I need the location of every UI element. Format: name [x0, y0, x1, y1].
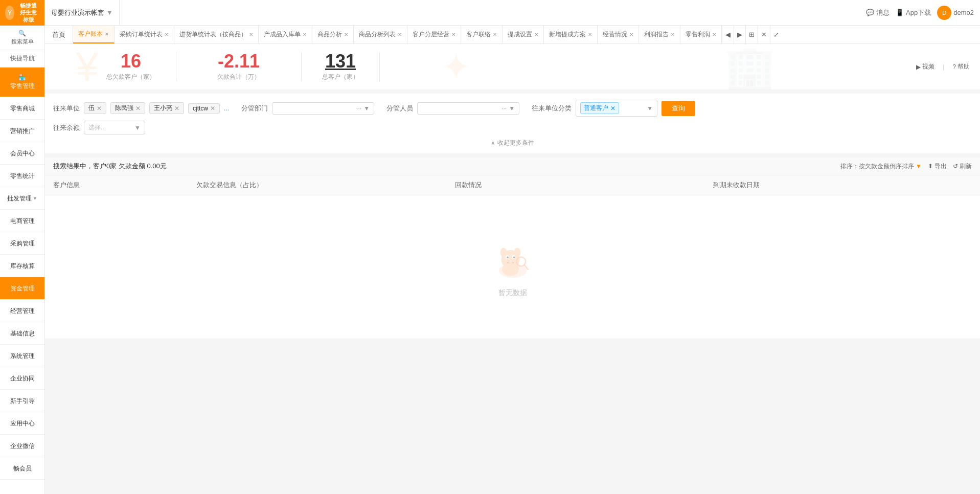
sidebar-item-finance[interactable]: 资金管理	[0, 277, 44, 300]
sidebar-item-retail-mgmt[interactable]: 🏪 零售管理	[0, 68, 44, 97]
sort-select[interactable]: 排序：按欠款金额倒序排序 ▼	[840, 162, 922, 171]
tab-close-icon[interactable]: ✕	[451, 32, 455, 37]
result-summary: 搜索结果中，客户0家 欠款金额 0.00元	[53, 162, 167, 171]
avatar: D	[937, 6, 951, 20]
refresh-btn[interactable]: ↺ 刷新	[953, 162, 972, 171]
tab-customer-ledger[interactable]: 客户账本 ✕	[73, 26, 115, 43]
tab-nav-right[interactable]: ▶	[734, 26, 745, 43]
sidebar-item-ecommerce[interactable]: 电商管理	[0, 210, 44, 232]
tab-product-analysis-list[interactable]: 商品分析列表 ✕	[354, 26, 407, 43]
logo-text: 畅捷通好生意 标版	[17, 3, 39, 23]
col-repayment: 回款情况	[455, 181, 714, 190]
sidebar-item-wholesale[interactable]: 批发管理 ▼	[0, 187, 44, 210]
result-actions: 排序：按欠款金额倒序排序 ▼ ⬆ 导出 ↺ 刷新	[840, 162, 972, 171]
tab-close-icon[interactable]: ✕	[671, 32, 675, 37]
balance-select[interactable]: 选择... ▼	[84, 121, 145, 134]
sidebar-item-changhui[interactable]: 畅会员	[0, 457, 44, 480]
filter-more-units[interactable]: ...	[224, 105, 229, 112]
col-customer-info: 客户信息	[53, 181, 196, 190]
result-bar: 搜索结果中，客户0家 欠款金额 0.00元 排序：按欠款金额倒序排序 ▼ ⬆ 导…	[45, 158, 980, 175]
tab-nav-left[interactable]: ◀	[722, 26, 734, 43]
stat-debt-amount-number: -2.11	[218, 52, 260, 71]
sidebar-item-marketing[interactable]: 营销推广	[0, 120, 44, 142]
sidebar-item-retail-shop[interactable]: 零售商城	[0, 97, 44, 120]
page-content: ¥ ✦ 🏢 16 总欠款客户（家） -2.11 欠款合计（万） 131	[45, 44, 980, 494]
filter-tag-wang[interactable]: 王小亮 ✕	[149, 102, 184, 114]
tab-customer-contact[interactable]: 客户联络 ✕	[461, 26, 503, 43]
category-tag[interactable]: 普通客户 ✕	[580, 102, 619, 114]
sidebar-search-btn[interactable]: 🔍 搜索菜单	[0, 26, 44, 50]
message-icon: 💬	[866, 9, 874, 16]
person-select[interactable]: ··· ▼	[417, 102, 519, 115]
tab-profit-report[interactable]: 利润报告 ✕	[639, 26, 680, 43]
user-profile[interactable]: D demo2	[937, 6, 974, 20]
tab-customer-tiering[interactable]: 客户分层经营 ✕	[407, 26, 461, 43]
dept-select[interactable]: ··· ▼	[272, 102, 374, 115]
tab-production-inbound[interactable]: 产成品入库单 ✕	[259, 26, 312, 43]
stat-debt-customers-label: 总欠款客户（家）	[106, 73, 155, 81]
sort-icon: ▼	[916, 163, 922, 170]
sidebar-item-appcenter[interactable]: 应用中心	[0, 412, 44, 435]
tab-close-icon[interactable]: ✕	[303, 32, 307, 37]
tab-close-icon[interactable]: ✕	[534, 32, 538, 37]
sidebar-item-basic-info[interactable]: 基础信息	[0, 322, 44, 345]
help-icon: ?	[952, 63, 956, 71]
filter-tag-chen[interactable]: 陈民强 ✕	[110, 102, 145, 114]
tag-close-wu[interactable]: ✕	[97, 105, 102, 112]
tab-operations[interactable]: 经营情况 ✕	[598, 26, 639, 43]
account-dropdown[interactable]: 母婴行业演示帐套 ▼	[45, 0, 120, 25]
tag-close-category[interactable]: ✕	[610, 105, 616, 112]
tab-close-icon[interactable]: ✕	[105, 31, 109, 37]
tag-close-cjttcw[interactable]: ✕	[210, 105, 215, 112]
tab-home[interactable]: 首页	[45, 26, 73, 43]
filter-tag-cjttcw[interactable]: cjttcw ✕	[188, 103, 220, 114]
tag-close-chen[interactable]: ✕	[135, 105, 141, 112]
sidebar-item-inventory[interactable]: 库存核算	[0, 255, 44, 277]
category-select[interactable]: 普通客户 ✕ ▼	[576, 100, 657, 117]
tab-product-analysis[interactable]: 商品分析 ✕	[312, 26, 354, 43]
tab-close-icon[interactable]: ✕	[398, 32, 402, 37]
query-button[interactable]: 查询	[662, 101, 695, 116]
help-btn[interactable]: ? 帮助	[952, 62, 970, 71]
stat-total-customers-label: 总客户（家）	[322, 73, 359, 81]
video-btn[interactable]: ▶ 视频	[916, 62, 935, 71]
tab-close-icon[interactable]: ✕	[712, 32, 716, 37]
tab-add-commission[interactable]: 新增提成方案 ✕	[544, 26, 598, 43]
tab-nav-close-all[interactable]: ✕	[758, 26, 770, 43]
tab-close-icon[interactable]: ✕	[344, 32, 348, 37]
app-download-btn[interactable]: 📱 App下载	[896, 8, 931, 17]
tab-nav-more[interactable]: ⊞	[745, 26, 758, 43]
export-btn[interactable]: ⬆ 导出	[928, 162, 947, 171]
sidebar-item-system[interactable]: 系统管理	[0, 345, 44, 367]
sidebar-item-wechat[interactable]: 企业微信	[0, 435, 44, 457]
tab-nav-fullscreen[interactable]: ⤢	[770, 26, 782, 43]
sidebar-item-operations[interactable]: 经营管理	[0, 300, 44, 322]
account-selector[interactable]: 母婴行业演示帐套 ▼	[45, 0, 120, 25]
sidebar-item-purchase[interactable]: 采购管理	[0, 232, 44, 255]
table-container: 客户信息 欠款交易信息（占比） 回款情况 到期未收款日期	[45, 175, 980, 339]
tab-close-icon[interactable]: ✕	[629, 32, 633, 37]
sidebar-item-collab[interactable]: 企业协同	[0, 367, 44, 390]
sidebar-quick-nav[interactable]: 快捷导航	[0, 50, 44, 68]
tab-purchase-order-stats[interactable]: 采购订单统计表 ✕	[115, 26, 174, 43]
sort-label: 排序：按欠款金额倒序排序	[840, 162, 914, 171]
tab-retail-profit[interactable]: 零售利润 ✕	[680, 26, 722, 43]
tab-purchase-stats-by-product[interactable]: 进货单统计表（按商品） ✕	[174, 26, 259, 43]
tab-close-icon[interactable]: ✕	[588, 32, 592, 37]
sidebar-item-newuser[interactable]: 新手引导	[0, 390, 44, 412]
chevron-down-icon: ▼	[363, 105, 370, 112]
tag-close-wang[interactable]: ✕	[174, 105, 179, 112]
tab-close-icon[interactable]: ✕	[165, 32, 169, 37]
collapse-btn[interactable]: ∧ 收起更多条件	[53, 139, 972, 147]
download-icon: 📱	[896, 9, 904, 16]
col-debt-info: 欠款交易信息（占比）	[196, 181, 455, 190]
tab-close-icon[interactable]: ✕	[249, 32, 253, 37]
svg-point-7	[514, 248, 520, 257]
tab-commission-settings[interactable]: 提成设置 ✕	[503, 26, 544, 43]
sidebar-item-member[interactable]: 会员中心	[0, 142, 44, 165]
message-btn[interactable]: 💬 消息	[866, 8, 890, 17]
stat-total-customers: 131 总客户（家）	[302, 52, 380, 81]
filter-tag-wu[interactable]: 伍 ✕	[84, 102, 106, 114]
sidebar-item-retail-stats[interactable]: 零售统计	[0, 165, 44, 187]
tab-close-icon[interactable]: ✕	[493, 32, 497, 37]
